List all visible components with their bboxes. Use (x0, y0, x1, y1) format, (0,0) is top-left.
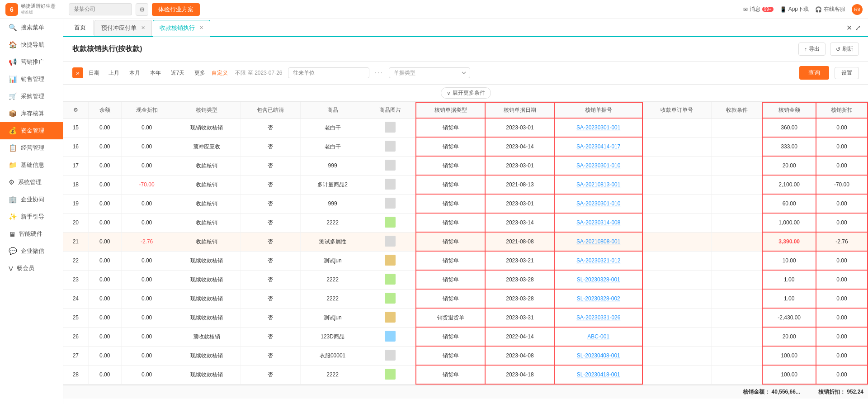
tab-collection[interactable]: 收款核销执行 ✕ (153, 20, 210, 37)
cell-verify-type: 预收款核销 (172, 327, 241, 346)
cell-verify-type: 现续收款核销 (172, 346, 241, 365)
query-button[interactable]: 查询 (799, 66, 829, 80)
doc-type-select[interactable]: 单据类型 (389, 67, 470, 78)
verify-doc-no-link[interactable]: SA-20230301-001 (576, 124, 620, 131)
sidebar-item-operation[interactable]: 📋 经营管理 (0, 139, 63, 157)
col-settings[interactable]: ⚙ (63, 102, 88, 118)
cell-collection-terms (711, 251, 762, 270)
filter-settings-button[interactable]: 设置 (835, 67, 859, 79)
date-btn-this-year[interactable]: 本年 (146, 68, 165, 78)
cell-verify-doc-no[interactable]: SA-20230301-010 (554, 194, 642, 213)
tab-prepay[interactable]: 预付冲应付单 ✕ (94, 20, 152, 36)
sidebar-item-search[interactable]: 🔍 搜索菜单 (0, 19, 63, 36)
cell-balance: 0.00 (88, 327, 121, 346)
cell-verify-doc-type: 销货单 (416, 213, 485, 232)
date-btn-last-month[interactable]: 上月 (105, 68, 123, 78)
cell-verify-doc-no[interactable]: SL-20230328-001 (554, 270, 642, 289)
date-custom[interactable]: 自定义 (212, 69, 228, 77)
verify-doc-no-link[interactable]: SA-20230414-017 (576, 143, 620, 150)
sidebar-item-sales[interactable]: 📊 销售管理 (0, 71, 63, 88)
date-btn-7days[interactable]: 近7天 (167, 68, 189, 78)
refresh-button[interactable]: ↺ 刷新 (830, 43, 859, 56)
sidebar-item-hardware[interactable]: 🖥 智能硬件 (0, 225, 63, 242)
avatar[interactable]: Rit (852, 4, 863, 15)
top-right: ✉ 消息 99+ 📱 App下载 🎧 在线客服 Rit (743, 4, 863, 15)
sidebar-item-guide[interactable]: ✨ 新手引导 (0, 208, 63, 225)
sidebar-label-operation: 经营管理 (21, 144, 44, 152)
industry-button[interactable]: 体验行业方案 (152, 3, 200, 16)
messages-button[interactable]: ✉ 消息 99+ (743, 5, 774, 13)
cell-verify-doc-type: 销货单 (416, 327, 485, 346)
sidebar-item-enterprise[interactable]: 🏢 企业协同 (0, 191, 63, 208)
cell-collection-order-no (642, 137, 711, 156)
cell-verify-doc-no[interactable]: SA-20230414-017 (554, 137, 642, 156)
table-row: 24 0.00 0.00 现续收款核销 否 2222 销货单 2023-03-2… (63, 289, 868, 308)
sidebar-item-marketing[interactable]: 📢 营销推广 (0, 53, 63, 71)
cell-verify-doc-no[interactable]: SA-20210808-001 (554, 232, 642, 251)
cell-verify-doc-no[interactable]: SL-20230408-001 (554, 346, 642, 365)
cell-verify-type: 收款核销 (172, 213, 241, 232)
cell-verify-doc-no[interactable]: SL-20230328-002 (554, 289, 642, 308)
cell-verify-doc-no[interactable]: SA-20230301-010 (554, 156, 642, 175)
cell-product: 999 (300, 156, 365, 175)
cell-cash-discount: -70.00 (121, 175, 172, 194)
verify-doc-no-link[interactable]: SL-20230328-002 (577, 295, 620, 302)
verify-doc-no-link[interactable]: SA-20230314-008 (576, 219, 620, 226)
cell-verify-doc-no[interactable]: SA-20230331-026 (554, 308, 642, 327)
member-icon: V (9, 265, 13, 272)
cell-verify-doc-no[interactable]: ABC-001 (554, 327, 642, 346)
party-input[interactable] (288, 67, 369, 78)
data-table-container[interactable]: ⚙ 余额 现金折扣 核销类型 包含已结清 商品 商品图片 核销单据类型 核销单据… (63, 102, 868, 404)
expand-more-button[interactable]: ∨ 展开更多条件 (441, 87, 491, 99)
cell-verify-doc-type: 销货单 (416, 137, 485, 156)
verify-doc-no-link[interactable]: SA-20230301-010 (576, 200, 620, 207)
verify-doc-no-link[interactable]: SA-20230321-012 (576, 257, 620, 264)
cell-verify-discount: 0.00 (816, 346, 868, 365)
page-title: 收款核销执行(按收款) (72, 44, 142, 59)
tab-collection-close[interactable]: ✕ (199, 25, 203, 31)
verify-doc-no-link[interactable]: SL-20230328-001 (577, 276, 620, 283)
sidebar-item-purchase[interactable]: 🛒 采购管理 (0, 88, 63, 105)
verify-doc-no-link[interactable]: SA-20210813-001 (576, 181, 620, 188)
gear-button[interactable]: ⚙ (136, 3, 148, 16)
date-btn-more[interactable]: 更多 (191, 68, 209, 78)
tab-close-all-icon[interactable]: ✕ (846, 24, 852, 32)
sidebar-item-quick-nav[interactable]: 🏠 快捷导航 (0, 36, 63, 53)
verify-doc-no-link[interactable]: SL-20230418-001 (577, 371, 620, 378)
tab-prepay-close[interactable]: ✕ (141, 25, 145, 31)
sidebar-item-inventory[interactable]: 📦 库存核算 (0, 105, 63, 122)
verify-doc-no-link[interactable]: SL-20230408-001 (577, 352, 620, 359)
cell-verify-doc-no[interactable]: SA-20210813-001 (554, 175, 642, 194)
cell-num: 26 (63, 327, 88, 346)
tab-home[interactable]: 首页 (67, 20, 94, 35)
online-service-button[interactable]: 🎧 在线客服 (815, 5, 845, 13)
cell-verify-doc-no[interactable]: SA-20230314-008 (554, 213, 642, 232)
export-button[interactable]: ↑ 导出 (798, 43, 826, 56)
sidebar-item-system[interactable]: ⚙ 系统管理 (0, 174, 63, 191)
cell-verify-doc-no[interactable]: SL-20230418-001 (554, 365, 642, 384)
verify-doc-no-link[interactable]: SA-20230301-010 (576, 162, 620, 169)
table-row: 26 0.00 0.00 预收款核销 否 123D商品 销货单 2022-04-… (63, 327, 868, 346)
cell-verify-amount: 20.00 (762, 156, 816, 175)
cell-verify-doc-no[interactable]: SA-20230301-001 (554, 118, 642, 137)
sidebar-item-finance[interactable]: 💰 资金管理 (0, 122, 63, 139)
tab-expand-icon[interactable]: ⤢ (855, 24, 861, 32)
sidebar-label-enterprise: 企业协同 (21, 195, 44, 204)
verify-doc-no-link[interactable]: SA-20230331-026 (576, 314, 620, 321)
date-btn-this-month[interactable]: 本月 (126, 68, 144, 78)
company-selector[interactable]: 某某公司 (69, 3, 132, 15)
verify-doc-no-link[interactable]: SA-20210808-001 (576, 238, 620, 245)
cell-collection-terms (711, 365, 762, 384)
sidebar-item-wechat[interactable]: 💬 企业微信 (0, 242, 63, 260)
sidebar-label-search: 搜索菜单 (21, 24, 44, 32)
cell-verify-doc-no[interactable]: SA-20230321-012 (554, 251, 642, 270)
sidebar-label-inventory: 库存核算 (21, 109, 44, 118)
filter-dots[interactable]: ··· (375, 69, 383, 77)
search-icon: 🔍 (9, 24, 17, 32)
filter-expand-button[interactable]: » (72, 67, 83, 78)
sidebar-item-basic[interactable]: 📁 基础信息 (0, 157, 63, 174)
layout: 🔍 搜索菜单 🏠 快捷导航 📢 营销推广 📊 销售管理 🛒 采购管理 📦 库存核… (0, 19, 868, 404)
verify-doc-no-link[interactable]: ABC-001 (587, 333, 609, 340)
sidebar-item-member[interactable]: V 畅会员 (0, 260, 63, 277)
app-download-button[interactable]: 📱 App下载 (780, 5, 809, 13)
